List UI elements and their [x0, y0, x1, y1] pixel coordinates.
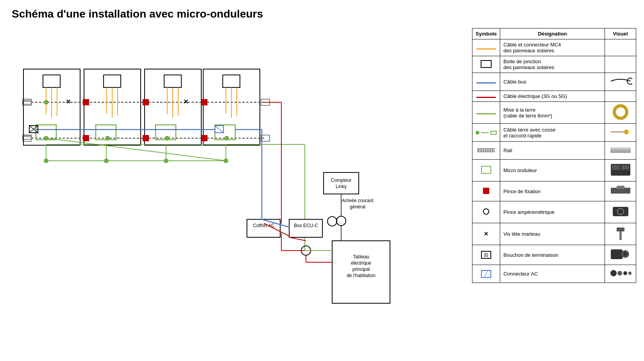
legend-visual-vis: [605, 223, 636, 245]
legend-visual-cable-elec: [605, 91, 636, 102]
orange-line-symbol: [476, 48, 496, 50]
legend-row-pince-fix: Pince de fixation: [472, 181, 636, 201]
svg-rect-115: [611, 249, 623, 259]
legend-designation-cable-elec: Câble électrique (3G ou 5G): [500, 91, 605, 102]
legend-designation-terre: Mise à la terre(cable de terre 6mm²): [500, 102, 605, 124]
page-title: Schéma d'une installation avec micro-ond…: [0, 0, 644, 24]
svg-rect-1: [43, 75, 60, 87]
legend-visual-orange: [605, 39, 636, 56]
svg-line-47: [215, 126, 224, 133]
svg-line-53: [46, 138, 227, 161]
svg-rect-39: [201, 135, 208, 141]
red-line-symbol: [476, 97, 496, 98]
legend-designation-pince-fix: Pince de fixation: [500, 181, 605, 201]
svg-text:de l'habitation: de l'habitation: [347, 273, 376, 278]
legend-row-pince-amp: Pince ampèremétrique: [472, 201, 636, 223]
svg-rect-81: [332, 241, 390, 303]
legend-designation-pince-amp: Pince ampèremétrique: [500, 201, 605, 223]
svg-point-52: [44, 100, 48, 105]
legend-designation-junction: Boite de jonctiondes panneaux solaires: [500, 56, 605, 73]
legend-row-bouchon: ☒ Bouchon de terminaison: [472, 245, 636, 265]
x-symbol: ×: [484, 230, 488, 238]
legend-header-symbole: Symbole: [472, 28, 500, 39]
svg-rect-107: [612, 165, 620, 170]
svg-point-50: [165, 136, 170, 140]
svg-line-96: [289, 237, 306, 241]
diagram-area: × ×: [8, 24, 464, 354]
svg-rect-108: [621, 165, 629, 170]
legend-visual-micro: [605, 160, 636, 181]
legend-container: Symbole Désignation Visuel Câble et conn…: [472, 24, 636, 354]
svg-point-103: [627, 131, 630, 133]
svg-rect-2: [23, 100, 31, 104]
legend-visual-cosse: [605, 124, 636, 142]
svg-point-119: [617, 271, 622, 276]
svg-rect-34: [83, 99, 89, 105]
legend-row-vis: × Vis tête marteau: [472, 223, 636, 245]
legend-designation-orange: Câble et connecteur MC4des panneaux sola…: [500, 39, 605, 56]
svg-rect-113: [617, 228, 624, 231]
svg-rect-105: [611, 148, 630, 149]
box-slash-symbol: ╱: [481, 270, 491, 278]
legend-row-micro: Micro onduleur: [472, 160, 636, 181]
svg-rect-11: [223, 75, 240, 87]
svg-text:Linky: Linky: [336, 184, 347, 189]
svg-rect-17: [23, 135, 31, 141]
legend-designation-cosse: Câble terre avec cosseet raccord rapide: [500, 124, 605, 142]
svg-point-118: [610, 270, 617, 276]
legend-visual-terre: [605, 102, 636, 124]
legend-visual-junction: [605, 56, 636, 73]
svg-rect-114: [619, 231, 622, 240]
svg-point-120: [623, 271, 627, 275]
legend-row-cable-bus: Câble bus: [472, 73, 636, 91]
legend-row-rail: Rail: [472, 142, 636, 160]
rail-symbol: [478, 148, 495, 152]
svg-point-79: [327, 217, 337, 226]
legend-row-junction: Boite de jonctiondes panneaux solaires: [472, 56, 636, 73]
circle-symbol: [483, 208, 489, 215]
legend-designation-vis: Vis tête marteau: [500, 223, 605, 245]
micro-box-symbol: [481, 166, 491, 174]
legend-visual-connecteur: [605, 265, 636, 283]
svg-rect-7: [104, 75, 121, 87]
green-line-symbol: [476, 113, 496, 114]
svg-point-49: [105, 136, 110, 140]
legend-designation-cable-bus: Câble bus: [500, 73, 605, 91]
legend-header-visuel: Visuel: [605, 28, 636, 39]
svg-text:principal: principal: [352, 267, 370, 272]
legend-visual-rail: [605, 142, 636, 160]
legend-row-orange-cable: Câble et connecteur MC4des panneaux sola…: [472, 39, 636, 56]
svg-point-100: [614, 106, 627, 118]
legend-row-terre: Mise à la terre(cable de terre 6mm²): [472, 102, 636, 124]
svg-text:×: ×: [66, 97, 71, 106]
red-square-symbol: [483, 188, 489, 194]
svg-rect-38: [143, 135, 149, 141]
legend-row-cosse: Câble terre avec cosseet raccord rapide: [472, 124, 636, 142]
svg-rect-110: [617, 186, 624, 189]
legend-designation-bouchon: Bouchon de terminaison: [500, 245, 605, 265]
svg-text:Tableau: Tableau: [353, 254, 369, 260]
green-dot-line-symbol: [476, 131, 497, 135]
blue-line-symbol: [476, 82, 496, 84]
svg-rect-72: [247, 219, 280, 237]
box-x-symbol: ☒: [481, 251, 491, 259]
legend-visual-bouchon: [605, 245, 636, 265]
legend-designation-connecteur: Connecteur AC: [500, 265, 605, 283]
legend-row-cable-elec: Câble électrique (3G ou 5G): [472, 91, 636, 102]
svg-rect-9: [164, 75, 181, 87]
svg-rect-36: [201, 99, 208, 105]
box-symbol: [481, 60, 492, 68]
svg-text:électrique: électrique: [351, 260, 371, 266]
schematic-svg: × ×: [8, 24, 461, 348]
legend-visual-pince-fix: [605, 181, 636, 201]
svg-point-51: [224, 136, 229, 140]
legend-table: Symbole Désignation Visuel Câble et conn…: [472, 28, 636, 283]
svg-point-121: [628, 272, 631, 275]
svg-rect-35: [143, 99, 149, 105]
svg-text:Box ECU-C: Box ECU-C: [294, 223, 318, 228]
svg-rect-4: [23, 135, 31, 139]
svg-text:Arrivée courant: Arrivée courant: [342, 198, 374, 203]
svg-text:général: général: [350, 204, 365, 210]
svg-rect-37: [83, 135, 89, 141]
svg-text:Compteur: Compteur: [331, 178, 352, 183]
